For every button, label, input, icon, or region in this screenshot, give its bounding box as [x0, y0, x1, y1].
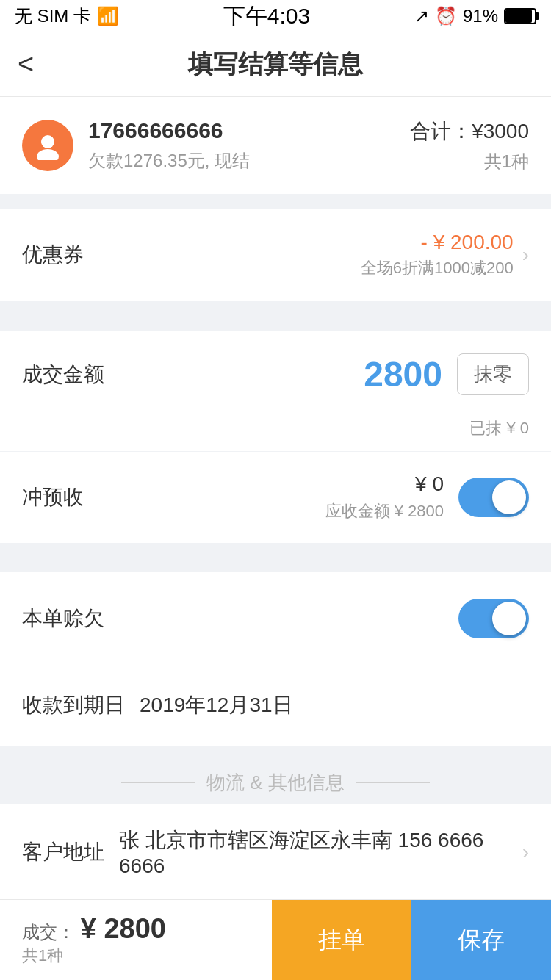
deal-section: 成交金额 2800 抹零 已抹 ¥ 0 冲预收 ¥ 0 应收金额 ¥ 2800	[0, 331, 551, 543]
coupon-right: - ¥ 200.00 全场6折满1000减200 ›	[361, 231, 529, 279]
address-label: 客户地址	[22, 838, 104, 866]
content-area: 17666666666 欠款1276.35元, 现结 合计：¥3000 共1种 …	[0, 97, 551, 980]
bottom-info: 成交： ¥ 2800 共1种	[0, 913, 272, 967]
user-info: 17666666666 欠款1276.35元, 现结	[88, 118, 250, 173]
logistics-text: 物流 & 其他信息	[121, 770, 430, 796]
deal-amount-value: 2800	[364, 354, 442, 394]
duedate-value: 2019年12月31日	[140, 691, 293, 719]
save-button[interactable]: 保存	[411, 900, 551, 980]
debt-toggle-knob	[492, 602, 526, 635]
pre-receive-label: 冲预收	[22, 483, 84, 511]
pre-receive-row: 冲预收 ¥ 0 应收金额 ¥ 2800	[0, 451, 551, 543]
bottom-count: 共1种	[22, 945, 250, 967]
pre-receive-right: ¥ 0 应收金额 ¥ 2800	[325, 472, 529, 522]
page-title: 填写结算等信息	[188, 48, 363, 82]
debt-row: 本单赊欠	[0, 572, 551, 665]
total-count: 共1种	[410, 150, 529, 173]
address-section: 客户地址 张 北京市市辖区海淀区永丰南 156 6666 6666 ›	[0, 804, 551, 900]
duedate-row: 收款到期日 2019年12月31日	[0, 665, 551, 746]
user-left: 17666666666 欠款1276.35元, 现结	[22, 118, 250, 173]
carrier-text: 无 SIM 卡	[15, 4, 91, 28]
coupon-label: 优惠券	[22, 241, 84, 269]
svg-point-1	[37, 149, 59, 160]
debt-toggle[interactable]	[458, 599, 529, 638]
toggle-knob	[492, 480, 526, 514]
back-button[interactable]: <	[18, 48, 34, 80]
location-icon: ↗	[414, 6, 429, 26]
coupon-row[interactable]: 优惠券 - ¥ 200.00 全场6折满1000减200 ›	[0, 209, 551, 302]
status-right: ↗ ⏰ 91%	[414, 6, 536, 26]
hang-button[interactable]: 挂单	[272, 900, 411, 980]
nav-bar: < 填写结算等信息	[0, 32, 551, 97]
status-time: 下午4:03	[223, 1, 310, 32]
address-row[interactable]: 客户地址 张 北京市市辖区海淀区永丰南 156 6666 6666 ›	[0, 804, 551, 900]
coupon-desc: 全场6折满1000减200	[361, 257, 514, 279]
status-left: 无 SIM 卡 📶	[15, 4, 119, 28]
deal-amount-row: 成交金额 2800 抹零	[0, 331, 551, 417]
section-divider-2	[0, 543, 551, 558]
wifi-icon: 📶	[97, 6, 119, 26]
address-value: 张 北京市市辖区海淀区永丰南 156 6666 6666	[119, 826, 522, 878]
pre-receive-toggle[interactable]	[458, 478, 529, 517]
deal-right: 2800 抹零	[364, 353, 529, 395]
logistics-divider: 物流 & 其他信息	[0, 760, 551, 804]
pre-amount: ¥ 0	[325, 472, 444, 496]
bottom-total-amount: ¥ 2800	[81, 913, 166, 944]
battery-percent: 91%	[463, 6, 498, 26]
chevron-right-icon-address: ›	[522, 840, 529, 864]
user-total: 合计：¥3000 共1种	[410, 118, 529, 173]
address-chevron: ›	[522, 840, 529, 864]
debt-label: 本单赊欠	[22, 605, 104, 633]
alarm-icon: ⏰	[435, 6, 457, 26]
svg-point-0	[41, 135, 54, 148]
bottom-deal-label: 成交：	[22, 922, 75, 942]
bottom-bar: 成交： ¥ 2800 共1种 挂单 保存	[0, 899, 551, 980]
section-divider-1	[0, 317, 551, 331]
status-bar: 无 SIM 卡 📶 下午4:03 ↗ ⏰ 91%	[0, 0, 551, 32]
debt-section: 本单赊欠 收款到期日 2019年12月31日	[0, 572, 551, 746]
coupon-value: - ¥ 200.00	[361, 231, 514, 254]
chevron-right-icon: ›	[522, 243, 529, 267]
avatar	[22, 120, 73, 171]
round-button[interactable]: 抹零	[457, 353, 529, 395]
user-card: 17666666666 欠款1276.35元, 现结 合计：¥3000 共1种	[0, 97, 551, 194]
deal-sub: 已抹 ¥ 0	[0, 417, 551, 451]
duedate-label: 收款到期日	[22, 691, 125, 719]
total-amount: 合计：¥3000	[410, 118, 529, 145]
user-debt: 欠款1276.35元, 现结	[88, 149, 250, 173]
bottom-buttons: 挂单 保存	[272, 900, 551, 980]
user-phone: 17666666666	[88, 118, 250, 143]
deal-amount-label: 成交金额	[22, 361, 104, 389]
battery-icon	[504, 8, 536, 24]
pre-sub: 应收金额 ¥ 2800	[325, 500, 444, 522]
